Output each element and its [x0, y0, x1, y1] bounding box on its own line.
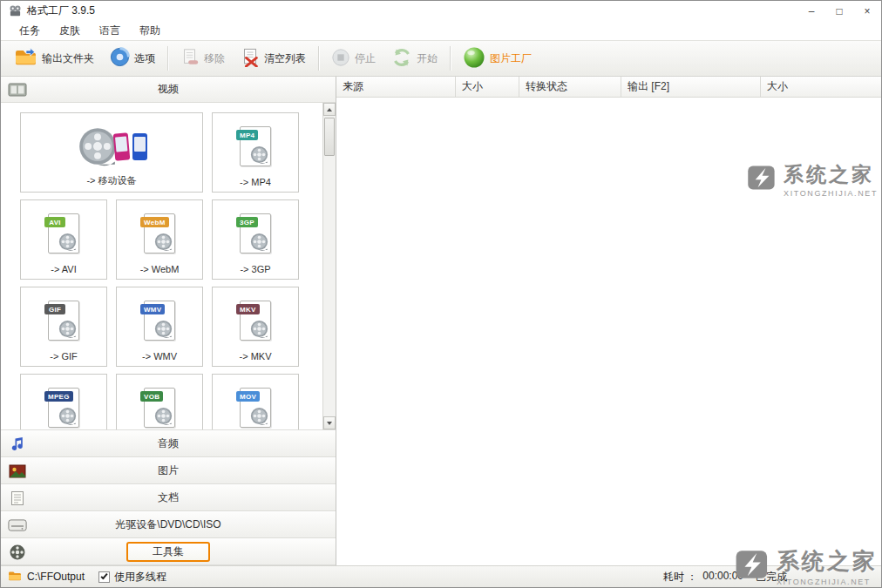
app-logo-icon: [8, 4, 22, 18]
toolbar-separator: [318, 46, 319, 71]
sidebar-section-picture[interactable]: 图片: [1, 457, 336, 484]
start-button[interactable]: 开始: [383, 44, 445, 74]
minimize-button[interactable]: –: [797, 1, 825, 21]
task-list-empty-area[interactable]: [336, 98, 881, 565]
clear-list-label: 清空列表: [264, 51, 306, 66]
remove-button[interactable]: 移除: [173, 44, 233, 73]
sidebar-section-toolset[interactable]: 工具集: [1, 538, 336, 565]
format-button-mpeg[interactable]: MPEG: [20, 374, 107, 430]
wmv-file-icon: WMV: [117, 295, 202, 346]
format-label: -> 3GP: [240, 264, 270, 274]
format-button-mkv[interactable]: MKV -> MKV: [212, 287, 299, 367]
statusbar: C:\FFOutput 使用多线程 耗时 ： 00:00:00 已完成: [1, 565, 881, 587]
clear-list-icon: [241, 48, 260, 70]
sidebar-section-document[interactable]: 文档: [1, 484, 336, 511]
phone-icon: [132, 133, 147, 160]
format-button-mov[interactable]: MOV: [212, 374, 299, 430]
mobile-devices-icon: [21, 121, 202, 172]
titlebar: 格式工厂 3.9.5 – □ ×: [1, 1, 881, 21]
format-button-avi[interactable]: AVI -> AVI: [20, 199, 107, 280]
phone-icon: [113, 132, 131, 160]
format-button-mobile-devices[interactable]: -> 移动设备: [20, 112, 203, 193]
elapsed-value: 00:00:00: [702, 570, 743, 585]
elapsed-label: 耗时 ：: [663, 570, 697, 585]
sidebar-section-video[interactable]: 视频: [1, 77, 336, 103]
format-button-vob[interactable]: VOB: [116, 374, 203, 430]
gif-file-icon: GIF: [21, 295, 106, 346]
remove-label: 移除: [204, 51, 225, 66]
format-scrollbar: [322, 103, 336, 429]
audio-section-label: 音频: [1, 436, 336, 451]
format-button-mp4[interactable]: MP4 -> MP4: [212, 112, 299, 193]
stop-icon: [331, 48, 350, 70]
multithread-checkbox[interactable]: [98, 571, 110, 583]
picture-factory-label: 图片工厂: [490, 51, 532, 66]
sidebar: 视频 -> 移动设备: [1, 77, 336, 565]
stop-label: 停止: [355, 51, 376, 66]
task-list-panel: 来源 大小 转换状态 输出 [F2] 大小: [336, 77, 881, 565]
mpeg-file-icon: MPEG: [21, 382, 106, 430]
video-format-panel: -> 移动设备 MP4 -> MP4 AVI: [1, 103, 336, 430]
picture-section-label: 图片: [1, 463, 336, 478]
document-icon: [7, 488, 28, 509]
menubar: 任务 皮肤 语言 帮助: [1, 21, 881, 40]
column-header-convert-state[interactable]: 转换状态: [519, 77, 621, 97]
menu-language[interactable]: 语言: [90, 22, 130, 40]
format-label: -> GIF: [50, 351, 77, 362]
menu-help[interactable]: 帮助: [130, 22, 170, 40]
options-button[interactable]: 选项: [102, 44, 163, 73]
format-label: -> MP4: [240, 177, 271, 187]
output-folder-label: 输出文件夹: [42, 51, 94, 66]
toolbar-separator: [167, 46, 168, 71]
output-path-button[interactable]: C:\FFOutput: [8, 570, 85, 585]
3gp-file-icon: 3GP: [213, 208, 298, 259]
format-label: -> 移动设备: [86, 174, 136, 187]
column-header-size-2[interactable]: 大小: [761, 77, 881, 97]
remove-icon: [180, 48, 200, 70]
scrollbar-track[interactable]: [323, 116, 336, 416]
mov-file-icon: MOV: [213, 382, 298, 430]
maximize-button[interactable]: □: [825, 1, 853, 21]
completed-label: 已完成: [756, 570, 787, 585]
scroll-down-button[interactable]: [323, 416, 336, 429]
webm-file-icon: WebM: [117, 208, 202, 259]
scrollbar-thumb[interactable]: [324, 118, 335, 156]
format-button-3gp[interactable]: 3GP -> 3GP: [212, 199, 299, 280]
window-controls: – □ ×: [797, 1, 881, 21]
video-icon: [7, 79, 28, 100]
multithread-label: 使用多线程: [114, 570, 166, 585]
format-label: -> MKV: [240, 351, 272, 362]
menu-tasks[interactable]: 任务: [10, 22, 50, 40]
format-button-gif[interactable]: GIF -> GIF: [20, 287, 107, 367]
rom-device-section-label: 光驱设备\DVD\CD\ISO: [1, 517, 336, 532]
sidebar-section-rom-device[interactable]: 光驱设备\DVD\CD\ISO: [1, 511, 336, 538]
format-button-webm[interactable]: WebM -> WebM: [116, 199, 203, 280]
format-button-wmv[interactable]: WMV -> WMV: [116, 287, 203, 367]
optical-drive-icon: [7, 515, 28, 536]
start-label: 开始: [417, 51, 438, 66]
close-button[interactable]: ×: [853, 1, 881, 21]
menu-skin[interactable]: 皮肤: [50, 22, 90, 40]
column-header-output[interactable]: 输出 [F2]: [621, 77, 761, 97]
output-path-text: C:\FFOutput: [27, 571, 85, 583]
toolset-icon: [7, 542, 28, 563]
picture-factory-icon: [463, 46, 485, 71]
window-title: 格式工厂 3.9.5: [27, 3, 95, 18]
main-area: 视频 -> 移动设备: [1, 77, 881, 565]
task-table-header: 来源 大小 转换状态 输出 [F2] 大小: [336, 77, 881, 98]
scroll-up-button[interactable]: [323, 103, 336, 116]
column-header-size[interactable]: 大小: [456, 77, 519, 97]
format-label: -> WebM: [140, 264, 180, 274]
sidebar-section-audio[interactable]: 音频: [1, 430, 336, 457]
mp4-file-icon: MP4: [213, 121, 298, 172]
clear-list-button[interactable]: 清空列表: [233, 44, 314, 73]
toolbar-separator: [450, 46, 451, 71]
output-folder-button[interactable]: 输出文件夹: [6, 44, 102, 73]
picture-factory-button[interactable]: 图片工厂: [455, 43, 539, 75]
column-header-source[interactable]: 来源: [336, 77, 456, 97]
elapsed-time: 耗时 ： 00:00:00: [663, 570, 743, 585]
stop-button[interactable]: 停止: [323, 44, 383, 73]
mkv-file-icon: MKV: [213, 295, 298, 346]
audio-icon: [7, 434, 28, 455]
start-icon: [391, 47, 412, 71]
